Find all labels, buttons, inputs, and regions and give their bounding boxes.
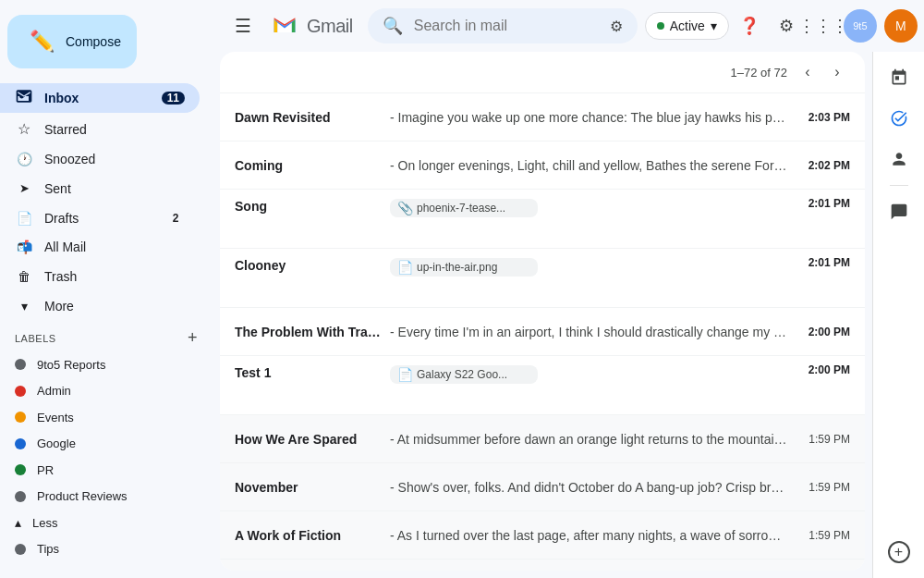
- sidebar-item-drafts[interactable]: 📄 Drafts 2: [0, 203, 200, 233]
- label-dot-tips: [15, 544, 26, 555]
- sidebar-item-starred[interactable]: ☆ Starred: [0, 115, 200, 144]
- email-sender: November: [235, 480, 383, 495]
- email-row[interactable]: Coming - On longer evenings, Light, chil…: [220, 141, 865, 190]
- sidebar-label-productreviews[interactable]: Product Reviews: [0, 483, 200, 509]
- email-body: 📎 phoenix-7-tease...: [383, 197, 795, 217]
- trash-label: Trash: [44, 269, 185, 284]
- sent-icon: ➤: [15, 181, 33, 195]
- label-dot-9to5reports: [15, 359, 26, 370]
- label-name-google: Google: [37, 437, 76, 450]
- search-bar: 🔍 ⚙: [368, 8, 638, 43]
- email-time: 1:59 PM: [795, 481, 850, 494]
- label-dot-admin: [15, 386, 26, 397]
- gmail-logo-svg: [266, 13, 303, 39]
- main-area: ☰ Gmail 🔍 ⚙ Active ▾: [213, 0, 924, 578]
- email-list-container: 1–72 of 72 ‹ › Dawn Revisited - Imagine …: [220, 52, 865, 571]
- sidebar-label-tips[interactable]: Tips: [0, 535, 200, 561]
- sidebar-label-admin[interactable]: Admin: [0, 378, 200, 404]
- email-row[interactable]: A Work of Fiction - As I turned over the…: [220, 511, 865, 560]
- label-name-productreviews: Product Reviews: [37, 489, 128, 503]
- gmail-logo: Gmail: [266, 13, 353, 39]
- sidebar-label-pr[interactable]: PR: [0, 457, 200, 483]
- add-app-button[interactable]: +: [888, 541, 910, 563]
- label-name-admin: Admin: [37, 384, 71, 398]
- sidebar-item-trash[interactable]: 🗑 Trash: [0, 262, 200, 291]
- email-sender: Dawn Revisited: [235, 110, 383, 125]
- label-name-9to5reports: 9to5 Reports: [37, 358, 105, 372]
- sidebar-item-less[interactable]: ▴ Less: [0, 510, 200, 535]
- label-name-pr: PR: [37, 463, 54, 477]
- prev-page-button[interactable]: ‹: [795, 59, 821, 85]
- more-label: More: [44, 299, 185, 314]
- sidebar-item-inbox[interactable]: Inbox 11: [0, 83, 200, 113]
- email-row[interactable]: Rain - Woke up this morning with a terri…: [220, 560, 865, 571]
- pdf-icon: 📄: [397, 260, 413, 275]
- tasks-icon-btn[interactable]: [881, 100, 918, 137]
- search-icon: 🔍: [383, 16, 403, 36]
- attachment-preview: 📎 phoenix-7-tease...: [390, 199, 538, 217]
- user-avatar[interactable]: 9t5: [844, 9, 877, 43]
- sidebar-item-sent[interactable]: ➤ Sent: [0, 174, 200, 203]
- sidebar-item-more[interactable]: ▾ More: [0, 291, 200, 321]
- email-snippet: - Show's over, folks. And didn't October…: [383, 480, 795, 495]
- email-row[interactable]: Dawn Revisited - Imagine you wake up one…: [220, 93, 865, 141]
- sidebar-label-9to5reports[interactable]: 9to5 Reports: [0, 351, 200, 377]
- apps-button[interactable]: ⋮⋮⋮: [807, 9, 840, 43]
- chat-icon-btn[interactable]: [881, 193, 918, 230]
- sidebar-item-snoozed[interactable]: 🕐 Snoozed: [0, 144, 200, 174]
- allmail-label: All Mail: [44, 240, 185, 254]
- email-row[interactable]: Song 📎 phoenix-7-tease... 2:01 PM: [220, 190, 865, 249]
- label-dot-productreviews: [15, 491, 26, 502]
- label-dot-events: [15, 412, 26, 423]
- user-account-avatar[interactable]: M: [884, 9, 918, 43]
- contacts-icon-btn[interactable]: [881, 141, 918, 178]
- email-snippet: - On longer evenings, Light, chill and y…: [383, 158, 795, 173]
- compose-icon: ✏️: [30, 30, 55, 54]
- calendar-icon-btn[interactable]: [881, 59, 918, 96]
- search-input[interactable]: [414, 18, 599, 34]
- email-time: 2:02 PM: [795, 159, 850, 172]
- email-row[interactable]: November - Show's over, folks. And didn'…: [220, 463, 865, 511]
- less-icon: ▴: [15, 515, 21, 530]
- email-row[interactable]: Clooney 📄 up-in-the-air.png 2:01 PM: [220, 249, 865, 308]
- label-name-events: Events: [37, 411, 74, 424]
- star-icon: ☆: [15, 120, 33, 138]
- inbox-icon: [15, 87, 33, 109]
- email-snippet: - As I turned over the last page, after …: [383, 528, 795, 543]
- more-icon: ▾: [15, 299, 33, 314]
- snoozed-icon: 🕐: [15, 152, 33, 166]
- email-time: 2:03 PM: [795, 111, 850, 124]
- labels-title: LABELS: [15, 333, 56, 344]
- sidebar-label-google[interactable]: Google: [0, 431, 200, 457]
- status-chevron: ▾: [711, 18, 717, 33]
- email-time: 1:59 PM: [795, 529, 850, 542]
- inbox-label: Inbox: [44, 91, 151, 105]
- attachment-name: phoenix-7-tease...: [417, 202, 505, 215]
- email-row[interactable]: The Problem With Travel - Every time I'm…: [220, 308, 865, 356]
- attachment-name: up-in-the-air.png: [417, 261, 497, 274]
- compose-button[interactable]: ✏️ Compose: [7, 15, 137, 68]
- search-filter-icon[interactable]: ⚙: [610, 18, 623, 35]
- email-row[interactable]: Test 1 📄 Galaxy S22 Goo... 2:00 PM: [220, 356, 865, 415]
- email-time: 2:01 PM: [795, 256, 850, 269]
- sidebar: ✏️ Compose Inbox 11 ☆ Starred 🕐 Snoozed …: [0, 0, 213, 578]
- add-label-icon[interactable]: +: [188, 328, 198, 348]
- sidebar-item-allmail[interactable]: 📬 All Mail: [0, 233, 200, 263]
- topbar: ☰ Gmail 🔍 ⚙ Active ▾: [213, 0, 924, 52]
- email-snippet: - At midsummer before dawn an orange lig…: [383, 432, 795, 447]
- pdf-icon: 📄: [397, 367, 413, 382]
- status-pill[interactable]: Active ▾: [645, 12, 729, 40]
- email-snippet: - Every time I'm in an airport, I think …: [383, 325, 795, 339]
- email-row[interactable]: How We Are Spared - At midsummer before …: [220, 415, 865, 463]
- topbar-right: Active ▾ ❓ ⚙ ⋮⋮⋮ 9t5 M: [645, 9, 918, 43]
- email-sender: Test 1: [235, 365, 383, 380]
- sidebar-label-events[interactable]: Events: [0, 404, 200, 430]
- status-dot: [657, 22, 664, 30]
- status-label: Active: [670, 18, 705, 33]
- email-time: 2:01 PM: [795, 197, 850, 210]
- next-page-button[interactable]: ›: [824, 59, 850, 85]
- email-sender: The Problem With Travel: [235, 325, 383, 339]
- help-button[interactable]: ❓: [733, 9, 766, 43]
- menu-button[interactable]: ☰: [227, 7, 259, 44]
- attachment-preview: 📄 Galaxy S22 Goo...: [390, 365, 538, 384]
